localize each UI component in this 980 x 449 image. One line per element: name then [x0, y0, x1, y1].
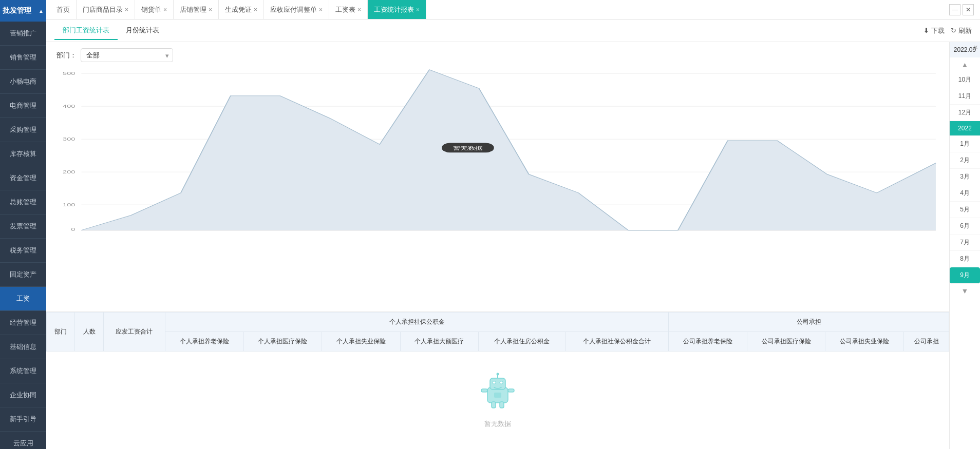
- content-area: 部门： 全部 500 400 300 200 100: [46, 42, 980, 449]
- col-company-pension: 公司承担养老保险: [669, 332, 747, 352]
- svg-rect-21: [481, 389, 487, 392]
- table-section: 部门 人数 应发工资合计 个人承担社保公积金 公司承担 个人承担养老保险 个人承…: [46, 311, 949, 449]
- chart-svg: 500 400 300 200 100 0: [56, 68, 939, 232]
- empty-text: 暂无数据: [67, 419, 929, 428]
- sidebar-item-tax[interactable]: 税务管理: [0, 239, 46, 263]
- svg-text:暂无数据: 暂无数据: [453, 146, 483, 151]
- tab-label-voucher: 生成凭证: [225, 5, 252, 14]
- sidebar-item-guide[interactable]: 新手引导: [0, 407, 46, 432]
- tab-ar-ap[interactable]: 应收应付调整单 ×: [264, 0, 329, 19]
- main-area: 首页门店商品目录 ×销货单 ×店铺管理 ×生成凭证 ×应收应付调整单 ×工资表 …: [46, 0, 980, 449]
- tab-close-wage-report[interactable]: ×: [416, 6, 420, 13]
- col-dept: 部门: [47, 313, 75, 352]
- tab-close-store-catalog[interactable]: ×: [125, 6, 128, 13]
- sidebar-item-ecommerce-mgmt[interactable]: 电商管理: [0, 94, 46, 118]
- tab-home[interactable]: 首页: [50, 0, 77, 19]
- minimize-button[interactable]: —: [949, 4, 960, 15]
- tab-close-store-mgmt[interactable]: ×: [209, 6, 212, 13]
- tab-voucher[interactable]: 生成凭证 ×: [219, 0, 264, 19]
- date-item-7月[interactable]: 7月: [950, 235, 980, 251]
- date-item-5月[interactable]: 5月: [950, 202, 980, 218]
- col-company-medical: 公司承担医疗保险: [747, 332, 825, 352]
- sidebar-item-inventory[interactable]: 库存核算: [0, 142, 46, 166]
- sidebar-item-marketing[interactable]: 营销推广: [0, 22, 46, 46]
- svg-text:200: 200: [63, 169, 76, 174]
- svg-rect-25: [494, 393, 501, 398]
- tab-close-sales-order[interactable]: ×: [163, 6, 167, 13]
- refresh-button[interactable]: ↻ 刷新: [951, 26, 972, 35]
- tab-close-voucher[interactable]: ×: [254, 6, 257, 13]
- close-button[interactable]: ✕: [963, 4, 974, 15]
- tab-label-home: 首页: [56, 5, 70, 14]
- svg-rect-20: [500, 381, 503, 384]
- date-item-4月[interactable]: 4月: [950, 185, 980, 202]
- sidebar-item-finance[interactable]: 资金管理: [0, 166, 46, 190]
- data-table: 部门 人数 应发工资合计 个人承担社保公积金 公司承担 个人承担养老保险 个人承…: [46, 312, 949, 449]
- date-sidebar: 2022.09 ✕ ▲ 10月11月12月20221月2月3月4月5月6月7月8…: [949, 42, 980, 449]
- sub-tab-dept-stats[interactable]: 部门工资统计表: [54, 22, 118, 40]
- tab-sales-order[interactable]: 销货单 ×: [135, 0, 174, 19]
- date-nav-up[interactable]: ▲: [950, 57, 980, 72]
- sidebar-item-purchase[interactable]: 采购管理: [0, 118, 46, 142]
- sidebar-item-enterprise[interactable]: 企业协同: [0, 383, 46, 407]
- date-item-2022[interactable]: 2022: [950, 121, 980, 136]
- sidebar-item-system[interactable]: 系统管理: [0, 359, 46, 383]
- date-item-12月[interactable]: 12月: [950, 105, 980, 121]
- date-item-10月[interactable]: 10月: [950, 72, 980, 88]
- sidebar-item-ecommerce-small[interactable]: 小畅电商: [0, 70, 46, 94]
- sub-tab-monthly-stats[interactable]: 月份统计表: [118, 22, 167, 40]
- tab-store-catalog[interactable]: 门店商品目录 ×: [77, 0, 135, 19]
- tab-store-mgmt[interactable]: 店铺管理 ×: [174, 0, 219, 19]
- sidebar-item-accounting[interactable]: 总账管理: [0, 190, 46, 214]
- col-personal-major-medical: 个人承担大额医疗: [400, 332, 479, 352]
- sidebar-item-sales[interactable]: 销售管理: [0, 46, 46, 70]
- tab-label-store-mgmt: 店铺管理: [180, 5, 206, 14]
- col-company-other: 公司承担: [904, 332, 949, 352]
- date-item-8月[interactable]: 8月: [950, 251, 980, 267]
- col-personal-housing: 个人承担住房公积金: [479, 332, 566, 352]
- sidebar-item-invoice[interactable]: 发票管理: [0, 214, 46, 239]
- empty-icon: [477, 372, 518, 413]
- col-total-wage: 应发工资合计: [103, 313, 165, 352]
- sidebar-item-payroll[interactable]: 工资: [0, 287, 46, 311]
- tab-wage-report[interactable]: 工资统计报表 ×: [368, 0, 426, 19]
- sidebar-item-basic-info[interactable]: 基础信息: [0, 335, 46, 359]
- date-item-2月[interactable]: 2月: [950, 152, 980, 169]
- tab-close-wage-table[interactable]: ×: [357, 6, 361, 13]
- col-count: 人数: [75, 313, 103, 352]
- sidebar-title: 批发管理: [3, 6, 31, 15]
- svg-rect-16: [490, 378, 505, 389]
- date-sidebar-header: 2022.09 ✕: [950, 42, 980, 57]
- date-item-3月[interactable]: 3月: [950, 169, 980, 185]
- empty-row: 暂无数据: [47, 352, 949, 450]
- svg-point-18: [497, 373, 499, 376]
- svg-marker-12: [81, 70, 936, 230]
- date-header-label: 2022.09: [954, 46, 976, 53]
- date-nav-down[interactable]: ▼: [950, 284, 980, 298]
- date-item-1月[interactable]: 1月: [950, 136, 980, 152]
- svg-text:0: 0: [71, 227, 75, 232]
- sidebar-item-apps[interactable]: 云应用: [0, 432, 46, 449]
- date-sidebar-close-btn[interactable]: ✕: [973, 44, 978, 51]
- sidebar-header[interactable]: 批发管理 ▲: [0, 0, 46, 22]
- tab-label-wage-table: 工资表: [335, 5, 355, 14]
- date-item-9月[interactable]: 9月: [950, 267, 980, 284]
- download-button[interactable]: ⬇ 下载: [924, 26, 945, 35]
- tab-close-ar-ap[interactable]: ×: [319, 6, 323, 13]
- col-personal-medical: 个人承担医疗保险: [243, 332, 322, 352]
- col-company-unemployment: 公司承担失业保险: [825, 332, 904, 352]
- svg-text:300: 300: [63, 136, 76, 142]
- tab-bar: 首页门店商品目录 ×销货单 ×店铺管理 ×生成凭证 ×应收应付调整单 ×工资表 …: [46, 0, 980, 19]
- dept-select[interactable]: 全部: [81, 48, 173, 62]
- date-item-11月[interactable]: 11月: [950, 88, 980, 105]
- window-controls: — ✕: [949, 4, 976, 15]
- chart-area: 500 400 300 200 100 0: [46, 68, 949, 311]
- svg-text:400: 400: [63, 104, 76, 109]
- sidebar-item-assets[interactable]: 固定资产: [0, 263, 46, 287]
- tab-label-store-catalog: 门店商品目录: [83, 5, 123, 14]
- toolbar-actions: ⬇ 下载 ↻ 刷新: [924, 26, 972, 35]
- sidebar-item-operations[interactable]: 经营管理: [0, 311, 46, 335]
- refresh-icon: ↻: [951, 27, 956, 34]
- date-item-6月[interactable]: 6月: [950, 218, 980, 235]
- tab-wage-table[interactable]: 工资表 ×: [329, 0, 368, 19]
